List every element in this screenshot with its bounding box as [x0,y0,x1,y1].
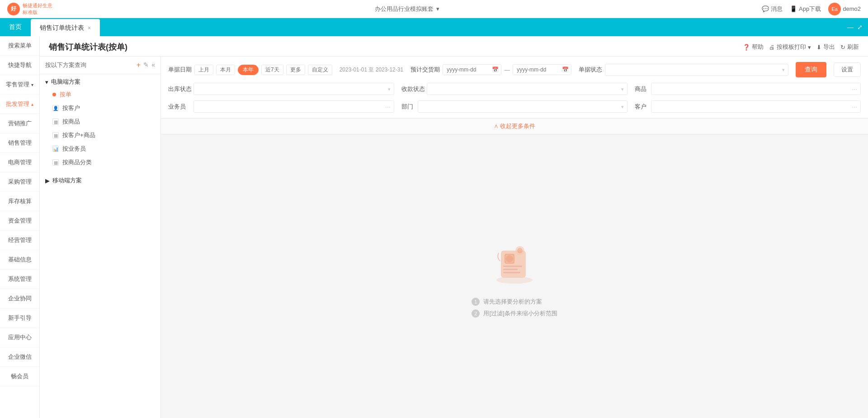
user-area[interactable]: Ea demo2 [828,3,861,15]
goods-label: 商品 [635,85,648,93]
sidebar-item-operations[interactable]: 经营管理 [0,231,39,250]
customer-input-wrap: ··· [651,100,861,113]
category-scheme-icon: ▦ [52,159,59,166]
scheme-active-dot [52,93,56,96]
collapse-panel-btn[interactable]: « [151,61,155,69]
date-more-btn[interactable]: 更多 [286,65,305,75]
payment-status-select[interactable] [427,83,627,95]
sidebar-item-wholesale[interactable]: 批发管理 ▴ [0,95,39,114]
scheme-group-pc-title[interactable]: ▾ 电脑端方案 [45,78,155,86]
settings-btn[interactable]: 设置 [834,62,861,77]
help-icon: ❓ [743,44,750,51]
main-layout: 搜索菜单 快捷导航 零售管理 ▾ 批发管理 ▴ 营销推广 销售管理 电商管理 采… [0,36,868,418]
expected-delivery-group: 预计交货期 📅 — 📅 [410,64,571,75]
page-header: 销售订单统计表(按单) ❓ 帮助 🖨 按模板打印 ▾ ⬇ 导出 ↻ 刷新 [40,36,868,57]
sidebar-item-ecommerce[interactable]: 电商管理 [0,153,39,172]
scheme-item-by-customer-goods[interactable]: ▦ 按客户+商品 [40,128,160,142]
ship-status-group: 出库状态 ▾ [168,83,394,95]
export-btn[interactable]: ⬇ 导出 [816,43,835,51]
date-filter-group: 单据日期 上月 本月 本年 近7天 更多 自定义 [168,65,332,75]
print-dropdown-icon: ▾ [808,44,811,51]
sidebar-item-inventory[interactable]: 库存核算 [0,192,39,211]
tab-sales-order-stats[interactable]: 销售订单统计表 × [31,19,100,37]
customer-label: 客户 [635,103,648,111]
tab-bar: 首页 销售订单统计表 × — ⤢ [0,18,868,36]
scheme-item-by-category[interactable]: ▦ 按商品分类 [40,156,160,169]
dept-group: 部门 ▾ [401,100,627,113]
sidebar-item-search-menu[interactable]: 搜索菜单 [0,36,39,56]
scheme-item-by-order[interactable]: 按单 [40,88,160,101]
sidebar-item-finance[interactable]: 资金管理 [0,211,39,231]
edit-scheme-btn[interactable]: ✎ [143,61,149,69]
customer-ellipsis-icon[interactable]: ··· [852,103,857,110]
goods-input-wrap: ··· [651,83,861,95]
doc-status-label: 单据状态 [579,66,602,74]
payment-status-group: 收款状态 ▾ [401,83,627,95]
date-last-7-btn[interactable]: 近7天 [261,65,283,75]
sidebar-item-procurement[interactable]: 采购管理 [0,172,39,192]
app-title-area[interactable]: 办公用品行业模拟账套 ▾ [375,5,439,13]
empty-illustration [487,235,542,290]
sidebar-item-app-center[interactable]: 应用中心 [0,328,39,347]
sidebar-item-member[interactable]: 畅会员 [0,367,39,386]
dept-select[interactable] [418,100,627,113]
sidebar-item-wechat[interactable]: 企业微信 [0,347,39,367]
date-custom-btn[interactable]: 自定义 [308,65,332,75]
empty-tip-1: 1 请先选择要分析的方案 [472,298,557,306]
print-btn[interactable]: 🖨 按模板打印 ▾ [769,43,811,51]
empty-tips: 1 请先选择要分析的方案 2 用[过滤]条件来缩小分析范围 [472,298,557,318]
help-btn[interactable]: ❓ 帮助 [743,43,764,51]
message-icon: 💬 [762,5,769,12]
sidebar-item-basic[interactable]: 基础信息 [0,250,39,270]
svg-rect-5 [503,266,522,267]
scheme-item-by-goods[interactable]: ▦ 按商品 [40,115,160,128]
empty-state: 1 请先选择要分析的方案 2 用[过滤]条件来缩小分析范围 [161,134,868,418]
filter-row-3: 业务员 ··· 部门 ▾ [168,100,861,113]
scheme-group-mobile: ▶ 移动端方案 [40,173,160,186]
top-bar-left: 好 畅捷通好生意 标准版 [7,2,52,15]
sidebar-item-enterprise[interactable]: 企业协同 [0,289,39,309]
tab-maximize-icon[interactable]: ⤢ [857,24,863,31]
collapse-bar[interactable]: ∧ 收起更多条件 [161,119,868,134]
message-btn[interactable]: 💬 消息 [762,5,783,13]
date-this-year-btn[interactable]: 本年 [238,65,259,75]
tab-home[interactable]: 首页 [0,18,31,36]
calendar-start-icon: 📅 [492,66,499,73]
add-scheme-btn[interactable]: + [137,61,141,69]
salesman-input[interactable] [193,100,394,113]
dept-select-wrap: ▾ [418,100,627,113]
salesman-input-wrap: ··· [193,100,394,113]
sidebar-item-marketing[interactable]: 营销推广 [0,114,39,133]
salesman-ellipsis-icon[interactable]: ··· [385,103,391,110]
scheme-item-by-customer[interactable]: 👤 按客户 [40,101,160,115]
doc-status-select[interactable] [605,64,788,76]
title-dropdown-icon[interactable]: ▾ [436,5,439,12]
tip-num-2: 2 [472,309,480,318]
sidebar: 搜索菜单 快捷导航 零售管理 ▾ 批发管理 ▴ 营销推广 销售管理 电商管理 采… [0,36,40,418]
refresh-btn[interactable]: ↻ 刷新 [840,43,859,51]
goods-group: 商品 ··· [635,83,861,95]
date-this-month-btn[interactable]: 本月 [216,65,235,75]
tab-minimize-icon[interactable]: — [847,24,854,31]
sidebar-item-system[interactable]: 系统管理 [0,270,39,289]
filter-row-1: 单据日期 上月 本月 本年 近7天 更多 自定义 2023-01-01 至 20… [168,62,861,77]
query-btn[interactable]: 查询 [796,62,826,77]
collapse-icon: ∧ [494,123,500,129]
ship-status-select[interactable] [193,83,394,95]
customer-input[interactable] [651,100,861,113]
sidebar-item-retail[interactable]: 零售管理 ▾ [0,75,39,95]
payment-status-select-wrap: ▾ [427,83,627,95]
top-bar: 好 畅捷通好生意 标准版 办公用品行业模拟账套 ▾ 💬 消息 📱 App下载 E… [0,0,868,18]
scheme-item-by-salesman[interactable]: 📊 按业务员 [40,142,160,156]
goods-input[interactable] [651,83,861,95]
date-last-month-btn[interactable]: 上月 [194,65,213,75]
app-download-btn[interactable]: 📱 App下载 [790,5,821,13]
sidebar-item-quick-nav[interactable]: 快捷导航 [0,56,39,75]
scheme-group-mobile-title[interactable]: ▶ 移动端方案 [45,176,155,185]
content-area: 销售订单统计表(按单) ❓ 帮助 🖨 按模板打印 ▾ ⬇ 导出 ↻ 刷新 [40,36,868,418]
sidebar-item-newbie[interactable]: 新手引导 [0,309,39,328]
sidebar-item-sales[interactable]: 销售管理 [0,133,39,153]
tab-close-icon[interactable]: × [88,25,91,31]
goods-ellipsis-icon[interactable]: ··· [852,86,857,93]
user-scheme-icon: 👤 [52,105,59,111]
